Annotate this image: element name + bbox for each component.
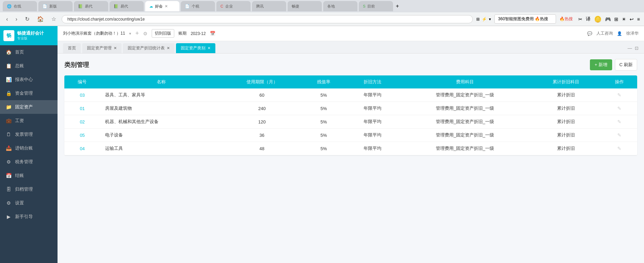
add-account-icon[interactable]: + <box>135 30 139 37</box>
category-table: 编号 名称 使用期限（月） 残值率 折旧方法 费用科目 累计折旧科目 操作 03… <box>64 75 637 155</box>
sidebar-item-fixed-assets[interactable]: 📁 固定资产 <box>0 100 58 114</box>
undo-icon[interactable]: ↩ <box>630 16 634 22</box>
dropdown-arrow[interactable]: ▾ <box>129 31 131 36</box>
translate-icon[interactable]: 译 <box>586 16 591 22</box>
sidebar-item-close-accounts[interactable]: 📅 结账 <box>0 169 58 182</box>
tab-depreciation-close[interactable]: ✕ <box>167 46 170 50</box>
cell-code-4[interactable]: 04 <box>64 142 100 155</box>
cell-code-0[interactable]: 03 <box>64 88 100 102</box>
scissors-icon[interactable]: ✂ <box>578 16 582 22</box>
tab-close-icon[interactable]: ✕ <box>165 4 168 9</box>
close-accounts-icon: 📅 <box>5 173 12 178</box>
cell-expense-4: 管理费用_固定资产折旧_一级 <box>399 142 531 155</box>
user-avatar-icon: 👤 <box>617 31 622 36</box>
bookmark-button[interactable]: ☆ <box>49 14 58 24</box>
minimize-icon[interactable]: — <box>628 46 632 51</box>
sidebar-item-home[interactable]: 🏠 首页 <box>0 45 58 59</box>
calendar-icon[interactable]: 📅 <box>210 31 215 36</box>
cell-method-0: 年限平均 <box>346 88 399 102</box>
url-bar[interactable]: https://cloud.chanjet.com/accounting/uw1… <box>62 15 473 23</box>
grid-icon[interactable]: ⊞ <box>614 16 618 22</box>
sidebar-item-archive[interactable]: 🗄 归档管理 <box>0 182 58 196</box>
browser-tab-yidai2[interactable]: 📗 易代 <box>110 1 144 11</box>
home-button[interactable]: 🏠 <box>35 14 46 24</box>
cell-action-3[interactable]: ✎ <box>601 129 637 142</box>
switch-version-button[interactable]: 切到旧版 <box>152 29 174 38</box>
game-icon[interactable]: 🎮 <box>605 16 611 22</box>
cell-name-4: 运输工具 <box>100 142 223 155</box>
browser-tab-haohui[interactable]: ☁ 好会 ✕ <box>145 1 179 11</box>
cell-accum-0: 累计折旧 <box>531 88 602 102</box>
sidebar-label-archive: 归档管理 <box>15 186 33 192</box>
cell-accum-4: 累计折旧 <box>531 142 602 155</box>
sidebar-label-tax: 税务管理 <box>15 159 33 165</box>
forward-button[interactable]: › <box>13 15 19 24</box>
browser-tab-yidai1[interactable]: 📗 易代 <box>74 1 108 11</box>
sidebar-item-payroll[interactable]: 💼 工资 <box>0 114 58 128</box>
edit-icon-1[interactable]: ✎ <box>617 106 621 111</box>
cell-code-1[interactable]: 01 <box>64 102 100 115</box>
sidebar-item-general-ledger[interactable]: 📋 总账 <box>0 59 58 73</box>
cell-action-0[interactable]: ✎ <box>601 88 637 102</box>
logo-main-text: 畅捷通好会计 <box>17 31 44 36</box>
tab-home[interactable]: 首页 <box>63 43 81 53</box>
tab-fixed-assets-close[interactable]: ✕ <box>114 46 117 50</box>
sidebar-item-invoice[interactable]: 🗒 发票管理 <box>0 128 58 141</box>
menu-icon[interactable]: ≡ <box>637 16 640 22</box>
invoice-icon: 🗒 <box>5 132 12 137</box>
settings-gear-icon[interactable]: ⚙ <box>143 31 148 36</box>
sidebar-label-ledger: 总账 <box>15 63 24 69</box>
search-bar[interactable]: 360智能抠图免费用 🔥热搜 <box>494 14 556 24</box>
browser-tab-xinban[interactable]: 📄 新版 <box>38 1 73 11</box>
col-header-expense: 费用科目 <box>399 75 531 88</box>
edit-icon-4[interactable]: ✎ <box>617 146 621 151</box>
back-button[interactable]: ‹ <box>4 15 10 24</box>
tab-depreciation-stats[interactable]: 固定资产折旧统计表 ✕ <box>123 43 175 53</box>
col-header-name: 名称 <box>100 75 223 88</box>
archive-icon: 🗄 <box>5 187 12 192</box>
browser-tab-gedi[interactable]: 各地 <box>323 1 357 11</box>
cell-rate-2: 5% <box>301 115 346 129</box>
reload-button[interactable]: ↻ <box>23 14 31 24</box>
edit-icon-0[interactable]: ✎ <box>617 92 621 98</box>
brightness-icon[interactable]: ☀ <box>622 16 626 22</box>
purchase-icon: 📥 <box>5 145 12 151</box>
period-value: 2023-12 <box>191 31 206 36</box>
cell-code-3[interactable]: 05 <box>64 129 100 142</box>
coin-icon[interactable]: 🪙 <box>594 15 602 23</box>
sidebar-item-settings[interactable]: ⚙ 设置 <box>0 196 58 210</box>
sidebar-item-guide[interactable]: ▶ 新手引导 <box>0 210 58 224</box>
sidebar-item-purchase-sales[interactable]: 📥 进销台账 <box>0 141 58 155</box>
browser-tab-qiye[interactable]: C 企业 <box>216 1 251 11</box>
service-button[interactable]: 人工咨询 <box>596 31 613 36</box>
lightning-icon[interactable]: ⚡ <box>482 17 487 22</box>
browser-tab-geshui[interactable]: 📄 个税 <box>181 1 215 11</box>
sidebar-label-payroll: 工资 <box>15 118 24 124</box>
cell-action-2[interactable]: ✎ <box>601 115 637 129</box>
browser-tab-tengxun[interactable]: 腾讯 <box>252 1 286 11</box>
browser-tab-zaixin[interactable]: 🌐 在线 <box>3 1 37 11</box>
edit-icon-3[interactable]: ✎ <box>617 132 621 138</box>
sidebar-item-funds[interactable]: 🔒 资金管理 <box>0 86 58 100</box>
home-icon: 🏠 <box>5 49 12 55</box>
browser-tab-changjie[interactable]: 畅捷 <box>288 1 322 11</box>
tab-asset-category[interactable]: 固定资产类别 ✕ <box>176 43 215 53</box>
cell-action-4[interactable]: ✎ <box>601 142 637 155</box>
tab-fixed-assets-mgmt[interactable]: 固定资产管理 ✕ <box>82 43 122 53</box>
sidebar-item-reports[interactable]: 📊 报表中心 <box>0 73 58 86</box>
site-tools-icon[interactable]: ⊞ <box>476 17 480 22</box>
cell-action-1[interactable]: ✎ <box>601 102 637 115</box>
refresh-button[interactable]: C 刷新 <box>615 59 637 71</box>
edit-icon-2[interactable]: ✎ <box>617 119 621 124</box>
browser-tab-muqian[interactable]: S 目前 <box>359 1 393 11</box>
add-category-button[interactable]: + 新增 <box>590 59 612 70</box>
sidebar-item-tax[interactable]: ⚙ 税务管理 <box>0 155 58 169</box>
new-tab-button[interactable]: + <box>396 3 399 9</box>
tab-category-close[interactable]: ✕ <box>207 46 211 50</box>
dropdown-icon[interactable]: ▾ <box>489 17 491 22</box>
maximize-icon[interactable]: ⊡ <box>635 46 639 51</box>
cell-code-2[interactable]: 02 <box>64 115 100 129</box>
sidebar-label-close: 结账 <box>15 172 24 179</box>
cell-method-3: 年限平均 <box>346 129 399 142</box>
col-header-action: 操作 <box>601 75 637 88</box>
